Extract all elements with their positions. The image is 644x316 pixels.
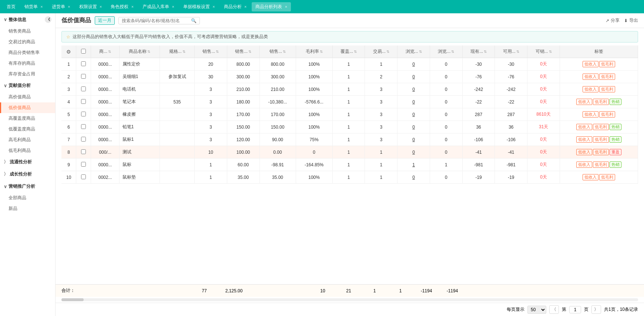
sidebar-group-flow[interactable]: 〉 流通性分析 xyxy=(0,156,55,168)
sidebar-item-new-products[interactable]: 新品 xyxy=(0,203,55,214)
row-checkbox[interactable] xyxy=(81,149,86,154)
cell-view1[interactable]: 0 xyxy=(398,58,430,71)
cell-checkbox[interactable] xyxy=(76,83,91,96)
sidebar-collapse-overall[interactable]: 《 xyxy=(45,16,51,23)
select-all-checkbox[interactable] xyxy=(81,49,86,54)
sidebar-item-low-coverage[interactable]: 低覆盖度商品 xyxy=(0,124,55,135)
sidebar-item-traded-products[interactable]: 交易过的商品 xyxy=(0,37,55,47)
row-checkbox[interactable] xyxy=(81,74,86,79)
row-checkbox[interactable] xyxy=(81,137,86,142)
nav-purchaseorder[interactable]: 进货单 × xyxy=(48,2,74,11)
cell-view1[interactable]: 0 xyxy=(398,146,430,159)
filter-btn-month[interactable]: 近一月 xyxy=(95,16,115,25)
cell-view1[interactable]: 0 xyxy=(398,133,430,146)
sidebar-group-growth[interactable]: 〉 成长性分析 xyxy=(0,168,55,180)
view1-link[interactable]: 0 xyxy=(412,74,415,79)
view1-link[interactable]: 0 xyxy=(412,150,415,155)
view1-link[interactable]: 0 xyxy=(412,87,415,92)
view1-link[interactable]: 0 xyxy=(412,112,415,117)
page-input[interactable] xyxy=(569,306,581,313)
search-input[interactable] xyxy=(122,18,189,23)
cell-sale3: 150.00 xyxy=(259,121,296,133)
cell-view1[interactable]: 0 xyxy=(398,121,430,133)
export-btn[interactable]: ⬇ 导出 xyxy=(624,17,638,24)
sidebar-group-contribution[interactable]: ∨ 贡献值分析 xyxy=(0,79,55,92)
cell-stock2: -41 xyxy=(495,146,527,159)
cell-checkbox[interactable] xyxy=(76,121,91,133)
row-checkbox[interactable] xyxy=(81,61,86,66)
sidebar-group-marketing[interactable]: ∨ 营销推广分析 xyxy=(0,180,55,193)
horizontal-scrollbar[interactable] xyxy=(61,298,638,301)
share-btn[interactable]: ↗ 分享 xyxy=(606,17,620,24)
cell-checkbox[interactable] xyxy=(76,108,91,121)
cell-checkbox[interactable] xyxy=(76,159,91,171)
cell-checkbox[interactable] xyxy=(76,133,91,146)
sidebar-item-all-products[interactable]: 全部商品 xyxy=(0,193,55,203)
cell-sale1: 1 xyxy=(194,159,227,171)
nav-home[interactable]: 首页 xyxy=(3,2,19,11)
nav-permissions[interactable]: 权限设置 × xyxy=(76,2,106,11)
nav-salesorder-close[interactable]: × xyxy=(40,4,43,9)
sidebar-item-high-coverage[interactable]: 高覆盖度商品 xyxy=(0,113,55,124)
sidebar-item-inventory-capital[interactable]: 库存资金占用 xyxy=(0,69,55,79)
nav-template-settings-close[interactable]: × xyxy=(212,4,215,9)
cell-view1[interactable]: 1 xyxy=(398,159,430,171)
days-text: 0天 xyxy=(540,174,547,180)
sidebar-item-low-margin[interactable]: 低毛利商品 xyxy=(0,145,55,156)
cell-checkbox[interactable] xyxy=(76,146,91,159)
content-header: 低价值商品 近一月 🔍 ↗ 分享 ⬇ 导出 xyxy=(56,13,644,28)
nav-products-warehouse[interactable]: 产成品入库单 × xyxy=(139,2,178,11)
cell-checkbox[interactable] xyxy=(76,58,91,71)
row-checkbox[interactable] xyxy=(81,124,86,129)
next-page-btn[interactable]: 〉 xyxy=(591,305,601,314)
row-checkbox[interactable] xyxy=(81,99,86,104)
nav-products-warehouse-close[interactable]: × xyxy=(172,4,174,9)
row-checkbox[interactable] xyxy=(81,162,86,167)
cell-cover: 1 xyxy=(332,58,365,71)
col-checkbox[interactable] xyxy=(76,45,91,58)
cell-checkbox[interactable] xyxy=(76,71,91,83)
prev-page-btn[interactable]: 〈 xyxy=(549,305,559,314)
sidebar-item-stocked-products[interactable]: 有库存的商品 xyxy=(0,58,55,69)
cell-view1[interactable]: 0 xyxy=(398,171,430,184)
nav-roles-close[interactable]: × xyxy=(131,4,134,9)
view1-link[interactable]: 0 xyxy=(412,175,415,180)
cell-checkbox[interactable] xyxy=(76,96,91,108)
cell-view1[interactable]: 0 xyxy=(398,96,430,108)
cell-view1[interactable]: 0 xyxy=(398,83,430,96)
sidebar-item-sales-products[interactable]: 销售类商品 xyxy=(0,26,55,37)
cell-view1[interactable]: 0 xyxy=(398,71,430,83)
nav-product-analysis-list-close[interactable]: × xyxy=(285,4,287,9)
view1-link[interactable]: 0 xyxy=(412,62,415,67)
row-checkbox[interactable] xyxy=(81,174,86,179)
col-settings[interactable]: ⚙ xyxy=(61,45,76,58)
sidebar-item-high-value[interactable]: 高价值商品 xyxy=(0,92,55,102)
nav-permissions-close[interactable]: × xyxy=(100,4,102,9)
tag-badge: 低毛利 xyxy=(599,174,615,180)
page-size-select[interactable]: 50 100 xyxy=(527,306,546,314)
view1-link[interactable]: 0 xyxy=(412,137,415,142)
view1-link[interactable]: 0 xyxy=(412,99,415,105)
cell-checkbox[interactable] xyxy=(76,171,91,184)
nav-salesorder[interactable]: 销货单 × xyxy=(21,2,47,11)
sidebar-item-high-margin[interactable]: 高毛利商品 xyxy=(0,135,55,145)
nav-template-settings[interactable]: 单据模板设置 × xyxy=(180,2,219,11)
nav-roles[interactable]: 角色授权 × xyxy=(107,2,137,11)
row-checkbox[interactable] xyxy=(81,86,86,91)
nav-product-analysis[interactable]: 商品分析 × xyxy=(220,2,251,11)
table-container[interactable]: ⚙ 商...⇅ 商品名称⇅ 规格...⇅ 销售...⇅ 销售...⇅ 销售...… xyxy=(56,45,644,284)
search-icon[interactable]: 🔍 xyxy=(191,18,197,23)
scrollbar-thumb[interactable] xyxy=(61,298,84,301)
cell-view1[interactable]: 0 xyxy=(398,108,430,121)
nav-purchaseorder-close[interactable]: × xyxy=(68,4,70,9)
cell-sale1: 3 xyxy=(194,133,227,146)
nav-product-analysis-close[interactable]: × xyxy=(244,4,246,9)
sidebar-item-low-value[interactable]: 低价值商品 xyxy=(0,102,55,113)
view1-link[interactable]: 0 xyxy=(412,125,415,130)
view1-link[interactable]: 1 xyxy=(412,162,415,167)
sidebar-group-overall[interactable]: ∨ 整体信息 《 xyxy=(0,13,55,26)
gear-icon[interactable]: ⚙ xyxy=(66,49,71,55)
row-checkbox[interactable] xyxy=(81,112,86,116)
nav-product-analysis-list[interactable]: 商品分析列表 × xyxy=(252,2,291,11)
sidebar-item-category-sales-rate[interactable]: 商品分类销售率 xyxy=(0,47,55,58)
